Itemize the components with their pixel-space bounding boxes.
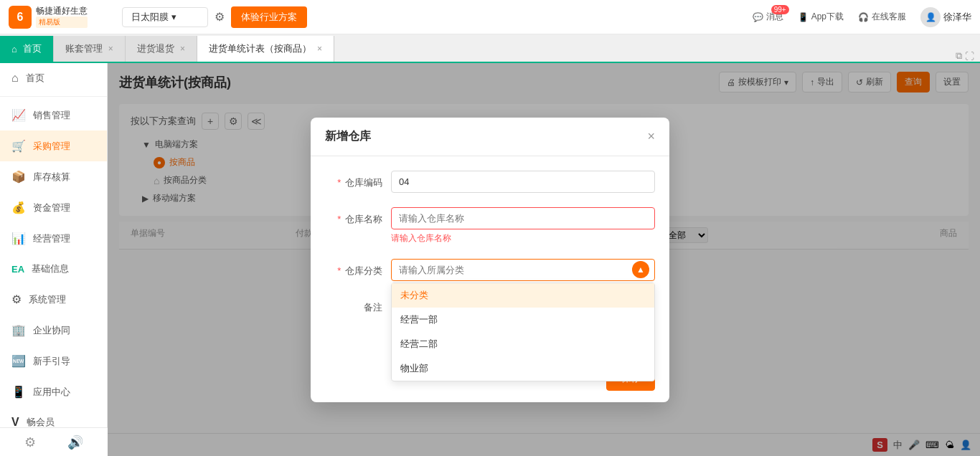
basic-info-icon: EA <box>11 264 24 275</box>
tab-accounts[interactable]: 账套管理 × <box>54 36 126 62</box>
required-star-category: * <box>337 265 341 276</box>
sidebar-item-sales[interactable]: 📈 销售管理 <box>0 100 107 130</box>
category-form-control: ▲ 未分类 经营一部 经营二部 物业部 <box>391 259 655 281</box>
gear-icon: ⚙ <box>215 10 225 24</box>
name-form-control: 请输入仓库名称 <box>391 207 655 244</box>
modal-header: 新增仓库 × <box>311 118 669 156</box>
code-label: * 仓库编码 <box>325 171 382 189</box>
warehouse-category-input[interactable] <box>391 259 655 281</box>
sidebar-item-finance[interactable]: 💰 资金管理 <box>0 192 107 223</box>
header-actions: 💬 消息 99+ 📱 App下载 🎧 在线客服 👤 徐泽华 <box>753 7 971 27</box>
modal-body: * 仓库编码 * 仓库名称 <box>311 156 669 341</box>
sidebar-item-basic-info-label: 基础信息 <box>32 262 69 275</box>
settings-bottom-icon[interactable]: ⚙ <box>24 434 36 450</box>
sidebar-item-home-label: 首页 <box>26 72 44 85</box>
try-industry-button[interactable]: 体验行业方案 <box>231 6 307 28</box>
notes-label: 备注 <box>325 295 382 314</box>
sidebar-item-app-center-label: 应用中心 <box>33 386 70 399</box>
form-row-category: * 仓库分类 ▲ 未分类 经营一部 经营二部 物业部 <box>325 259 655 281</box>
customer-service-button[interactable]: 🎧 在线客服 <box>858 11 906 23</box>
sidebar-item-app-center[interactable]: 📱 应用中心 <box>0 376 107 407</box>
user-avatar: 👤 <box>920 7 941 27</box>
modal-close-button[interactable]: × <box>647 129 655 144</box>
tab-expand-icon[interactable]: ⛶ <box>965 51 974 62</box>
sidebar-item-enterprise[interactable]: 🏢 企业协同 <box>0 315 107 346</box>
app-logo-icon: 6 <box>9 6 32 29</box>
sidebar-item-system-label: 系统管理 <box>29 293 66 306</box>
top-header: 6 畅捷通好生意 精易版 日太阳膜 ▾ ⚙ 体验行业方案 💬 消息 99+ 📱 … <box>0 0 980 34</box>
category-dropdown-list: 未分类 经营一部 经营二部 物业部 <box>391 282 655 381</box>
guide-icon: 🆕 <box>11 354 26 368</box>
headset-icon: 🎧 <box>858 12 869 22</box>
sidebar-item-enterprise-label: 企业协同 <box>33 324 70 337</box>
inventory-icon: 📦 <box>11 170 26 184</box>
sidebar-item-purchase[interactable]: 🛒 采购管理 <box>0 130 107 161</box>
finance-icon: 💰 <box>11 201 26 214</box>
sidebar-bottom-bar: ⚙ 🔊 <box>0 427 108 456</box>
name-error-message: 请输入仓库名称 <box>391 232 655 244</box>
dropdown-item-property[interactable]: 物业部 <box>392 356 654 381</box>
enterprise-icon: 🏢 <box>11 323 26 337</box>
sidebar-item-system[interactable]: ⚙ 系统管理 <box>0 284 107 315</box>
message-icon: 💬 <box>753 12 763 22</box>
store-selector[interactable]: 日太阳膜 ▾ <box>122 7 208 27</box>
app-download-button[interactable]: 📱 App下载 <box>798 11 844 23</box>
dropdown-item-dept2[interactable]: 经营二部 <box>392 332 654 356</box>
name-label: * 仓库名称 <box>325 207 382 226</box>
tab-purchase-stats-close[interactable]: × <box>317 44 322 54</box>
purchase-icon: 🛒 <box>11 139 26 153</box>
warehouse-code-input[interactable] <box>391 171 655 193</box>
sound-bottom-icon[interactable]: 🔊 <box>67 434 83 450</box>
app-download-label: App下载 <box>811 11 844 23</box>
sidebar-item-operations[interactable]: 📊 经营管理 <box>0 223 107 254</box>
user-info-button[interactable]: 👤 徐泽华 <box>920 7 971 27</box>
warehouse-name-input[interactable] <box>391 207 655 229</box>
tab-accounts-label: 账套管理 <box>65 42 103 55</box>
tab-purchase-stats[interactable]: 进货单统计表（按商品） × <box>197 36 334 62</box>
operations-icon: 📊 <box>11 232 26 245</box>
avatar-icon: 👤 <box>925 12 936 22</box>
app-center-icon: 📱 <box>11 385 26 399</box>
messages-button[interactable]: 💬 消息 99+ <box>753 11 783 23</box>
home-icon: ⌂ <box>11 44 17 54</box>
tab-restore-icon[interactable]: ⧉ <box>956 50 962 62</box>
edition-badge: 精易版 <box>36 16 88 28</box>
username-label: 徐泽华 <box>943 11 971 24</box>
dropdown-item-dept1[interactable]: 经营一部 <box>392 308 654 332</box>
form-row-code: * 仓库编码 <box>325 171 655 193</box>
sidebar-item-guide[interactable]: 🆕 新手引导 <box>0 346 107 376</box>
tab-purchase-returns[interactable]: 进货退货 × <box>126 36 197 62</box>
tab-accounts-close[interactable]: × <box>108 44 113 54</box>
category-arrow-icon[interactable]: ▲ <box>632 261 649 278</box>
header-right: 💬 消息 99+ 📱 App下载 🎧 在线客服 👤 徐泽华 <box>753 7 971 27</box>
sidebar-item-operations-label: 经营管理 <box>33 232 70 245</box>
required-star-name: * <box>337 214 341 224</box>
tab-purchase-returns-label: 进货退货 <box>137 42 174 55</box>
system-icon: ⚙ <box>11 293 22 306</box>
mobile-icon: 📱 <box>798 12 809 22</box>
sidebar-item-inventory-label: 库存核算 <box>33 171 70 184</box>
dropdown-item-none[interactable]: 未分类 <box>392 283 654 308</box>
tab-end-buttons: ⧉ ⛶ <box>956 50 980 62</box>
home-icon: ⌂ <box>11 72 19 85</box>
sidebar-item-inventory[interactable]: 📦 库存核算 <box>0 161 107 192</box>
sidebar: ⌂ 首页 📈 销售管理 🛒 采购管理 📦 库存核算 💰 资金管理 📊 经营管理 … <box>0 63 108 456</box>
messages-badge: 99+ <box>771 5 789 14</box>
tab-home[interactable]: ⌂ 首页 <box>0 36 54 62</box>
category-label: * 仓库分类 <box>325 259 382 277</box>
sidebar-item-basic-info[interactable]: EA 基础信息 <box>0 254 107 284</box>
gear-button[interactable]: ⚙ <box>208 6 231 29</box>
dropdown-arrow-icon: ▾ <box>171 11 176 22</box>
sales-icon: 📈 <box>11 108 26 122</box>
service-label: 在线客服 <box>872 11 906 23</box>
modal-overlay: 新增仓库 × * 仓库编码 <box>108 63 980 456</box>
sidebar-item-guide-label: 新手引导 <box>33 355 70 368</box>
sidebar-item-home[interactable]: ⌂ 首页 <box>0 63 107 93</box>
brand-name: 畅捷通好生意 <box>36 6 88 17</box>
form-row-name: * 仓库名称 请输入仓库名称 <box>325 207 655 244</box>
content-area: 进货单统计(按商品) 🖨 按模板打印 ▾ ↑ 导出 ↺ 刷新 查询 <box>108 63 980 456</box>
sidebar-divider-1 <box>0 96 107 97</box>
main-layout: ⌂ 首页 📈 销售管理 🛒 采购管理 📦 库存核算 💰 资金管理 📊 经营管理 … <box>0 63 980 456</box>
sidebar-item-purchase-label: 采购管理 <box>33 140 70 153</box>
tab-purchase-returns-close[interactable]: × <box>180 44 185 54</box>
